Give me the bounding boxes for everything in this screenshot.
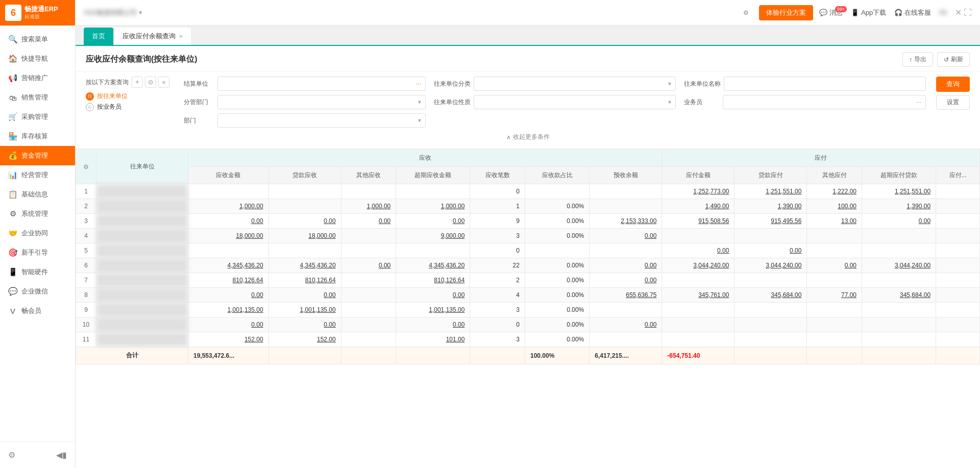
coop-icon: 🤝 [8,229,17,238]
basic-icon: 📋 [8,190,17,199]
sidebar-item-search[interactable]: 🔍 搜索菜单 [0,30,75,49]
col-prepay: 预收余额 [590,167,662,184]
logo-text: 畅捷通ERP 标准版 [24,5,58,20]
footer-recv-ratio: 100.00% [525,347,589,364]
add-scheme-button[interactable]: + [132,77,143,88]
scheme-option-salesperson[interactable]: ⊙ 按业务员 [86,103,178,111]
partner-nature-select[interactable]: ▾ [474,95,676,109]
footer-recv-amount: 19,553,472.6... [188,347,269,364]
sidebar-item-coop[interactable]: 🤝 企业协同 [0,224,75,243]
online-service[interactable]: 🎧 在线客服 [894,8,931,17]
page-title: 应收应付余额查询(按往来单位) [86,54,198,65]
table-row: 500.000.00 [76,243,980,258]
scheme-partner-icon: 往 [86,92,94,101]
tabbar: 首页 应收应付余额查询 ✕ [76,26,980,46]
partner-name-cell [96,199,188,214]
col-recv-ratio: 应收款占比 [525,167,589,184]
filter-area: 按以下方案查询 + ⊙ « 往 按往来单位 ⊙ 按业务员 [76,71,980,149]
sidebar-item-purchase[interactable]: 🛒 采购管理 [0,107,75,127]
data-table: ⚙ 往来单位 应收 应付 应收金额 贷款应收 其他应收 超期应收金额 应收笔数 … [76,149,980,364]
table-row: 91,001,135.001,001,135.001,001,135.0030.… [76,303,980,317]
scheme-settings-button[interactable]: ⊙ [145,77,156,88]
partner-name-cell [96,332,188,347]
tab-home[interactable]: 首页 [84,28,113,45]
filter-settings-button[interactable]: 设置 [936,95,970,110]
department-select[interactable]: ▾ [217,113,426,128]
scheme-collapse-button[interactable]: « [158,77,169,88]
guide-icon: 🎯 [8,248,17,257]
topbar: XXX集团有限公司 ▾ ⚙ 体验行业方案 💬 消息 99+ 📱 App下载 🎧 … [76,0,980,26]
sidebar-item-system[interactable]: ⚙ 系统管理 [0,204,75,224]
sidebar-settings-icon[interactable]: ⚙ [8,450,15,460]
purchase-icon: 🛒 [8,112,17,121]
sidebar-item-member[interactable]: V 畅会员 [0,301,75,321]
service-icon: 🎧 [894,9,902,16]
table-settings-icon[interactable]: ⚙ [83,163,89,170]
table-row: 30.000.000.000.0090.00%2,153,333.00915,5… [76,214,980,229]
refresh-button[interactable]: ↺ 刷新 [937,52,970,67]
sidebar-collapse-icon[interactable]: ◀▮ [56,450,67,460]
partner-name-input[interactable] [724,77,926,91]
col-recv-loan: 贷款应收 [268,167,341,184]
sidebar-item-inventory[interactable]: 🏪 库存核算 [0,127,75,146]
main-content: 应收应付余额查询(按往来单位) ↑ 导出 ↺ 刷新 按以下方案查询 [76,46,980,468]
filter-buttons: 查询 设置 [936,77,970,110]
partner-nature-label: 往来单位性质 [434,98,471,107]
partner-name-cell [96,288,188,303]
table-row: 418,000.0018,000.009,000.0030.00%0.00 [76,229,980,243]
table-row: 100.000.000.0000.00%0.00 [76,317,980,332]
inventory-icon: 🏪 [8,132,17,141]
app-download[interactable]: 📱 App下载 [851,8,886,17]
partner-name-cell [96,214,188,229]
company-breadcrumb: XXX集团有限公司 ▾ [84,8,732,17]
scheme-salesperson-icon: ⊙ [86,103,94,111]
col-recv-overdue: 超期应收金额 [396,167,470,184]
home-icon: 🏠 [8,54,17,63]
operation-icon: 📊 [8,170,17,180]
table-row: 101,252,773.001,251,551.001,222.001,251,… [76,184,980,199]
settlement-unit-label: 结算单位 [184,80,214,88]
notice-badge[interactable]: 💬 消息 99+ [819,8,843,17]
tab-close-icon[interactable]: ✕ [179,34,183,39]
col-pay-loan: 贷款应付 [734,167,807,184]
salesperson-input[interactable]: ··· [723,95,926,109]
export-button[interactable]: ↑ 导出 [902,52,933,67]
topbar-gear-button[interactable]: ⚙ [739,6,753,20]
partner-name-cell [96,243,188,258]
partner-name-cell [96,317,188,332]
collapse-conditions-button[interactable]: ∧ 收起更多条件 [500,131,556,143]
col-pay-other: 其他应付 [807,167,862,184]
query-button[interactable]: 查询 [936,77,970,92]
window-expand-icon[interactable]: ⛶ [964,8,972,17]
sidebar-item-hardware[interactable]: 📱 智能硬件 [0,262,75,282]
sidebar-item-guide[interactable]: 🎯 新手引导 [0,243,75,262]
promo-button[interactable]: 体验行业方案 [759,5,813,20]
breadcrumb-dropdown-icon[interactable]: ▾ [139,9,142,16]
sidebar-item-finance[interactable]: 💰 资金管理 [0,146,75,165]
partner-name-cell [96,184,188,199]
sidebar-item-wechat[interactable]: 💬 企业微信 [0,282,75,301]
col-payable-group: 应付 [662,150,980,167]
window-close-icon[interactable]: ✕ [955,8,962,17]
user-info[interactable]: Rit [939,9,947,16]
partner-name-cell [96,258,188,273]
col-recv-other: 其他应收 [341,167,396,184]
settlement-unit-input[interactable]: ··· [217,77,426,91]
sidebar: 6 畅捷通ERP 标准版 🔍 搜索菜单 🏠 快捷导航 📢 营销推广 🛍 销售管理… [0,0,76,468]
dept-manager-select[interactable]: ▾ [217,95,426,109]
tab-receivable[interactable]: 应收应付余额查询 ✕ [114,28,191,45]
footer-pay-amount: -654,751.40 [662,347,734,364]
table-container: ⚙ 往来单位 应收 应付 应收金额 贷款应收 其他应收 超期应收金额 应收笔数 … [76,149,980,468]
sidebar-item-marketing[interactable]: 📢 营销推广 [0,68,75,88]
scheme-option-partner[interactable]: 往 按往来单位 [86,92,178,101]
sidebar-item-operation[interactable]: 📊 经营管理 [0,165,75,185]
partner-category-select[interactable]: ▾ [474,77,676,91]
table-row: 64,345,436.204,345,436.200.004,345,436.2… [76,258,980,273]
sidebar-item-quick[interactable]: 🏠 快捷导航 [0,49,75,68]
sidebar-item-sales[interactable]: 🛍 销售管理 [0,88,75,107]
dept-manager-label: 分管部门 [184,98,214,107]
sidebar-item-basic[interactable]: 📋 基础信息 [0,185,75,204]
filter-scheme-label: 按以下方案查询 [86,78,129,87]
hardware-icon: 📱 [8,267,17,277]
sales-icon: 🛍 [8,93,17,102]
